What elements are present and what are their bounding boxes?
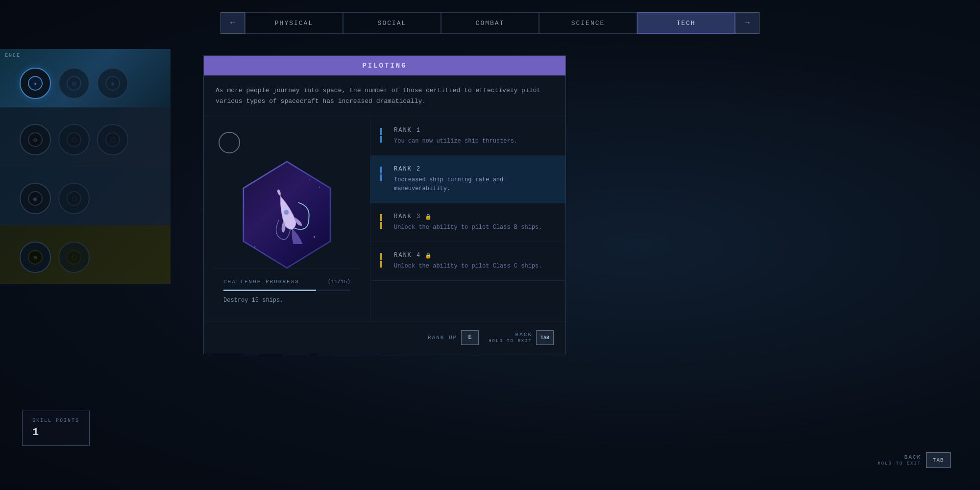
tab-science[interactable]: SCIENCE [539,12,637,34]
rank-4-desc: Unlock the ability to pilot Class C ship… [394,262,556,270]
rank-3-item: RANK 3 🔒 Unlock the ability to pilot Cla… [370,203,565,242]
skill-points-label: SKILL POINTS [32,418,79,423]
rank-2-title: RANK 2 [394,166,556,172]
skill-icon-8[interactable]: ⬡ [58,183,90,214]
arrow-left-icon: ← [230,19,235,27]
equip-button[interactable] [219,132,240,153]
svg-text:⬡: ⬡ [72,196,77,203]
rank-up-label: RANK UP [428,335,457,341]
svg-text:⬡: ⬡ [110,137,116,144]
challenge-progress-fill [223,290,316,291]
skill-icon-6[interactable]: ⬡ [97,124,128,155]
rank-1-icon [380,128,388,143]
skill-badge [238,161,336,269]
sidebar-section-2: ⊕ ⬡ ⬡ [0,108,171,167]
skill-title: PILOTING [204,56,565,75]
skill-icon-3[interactable]: ◈ [97,68,128,99]
hold-exit-label: HOLD TO EXIT [489,339,532,343]
skill-detail-panel: PILOTING As more people journey into spa… [203,55,566,354]
arrow-right-icon: → [745,19,750,27]
rank-up-group: RANK UP E [428,330,479,345]
tab-tech[interactable]: TECH [637,12,735,34]
skill-visual-area: CHALLENGE PROGRESS (11/15) Destroy 15 sh… [204,117,370,321]
rank-3-icon [380,214,388,229]
rank-up-key-badge[interactable]: E [461,330,479,345]
skill-description: As more people journey into space, the n… [204,75,565,117]
bottom-tab-key[interactable]: TAB [926,452,951,468]
svg-text:⊕: ⊕ [33,137,37,144]
skill-icon-5[interactable]: ⬡ [58,124,90,155]
bottom-back-label: BACK [905,454,921,460]
rank-3-content: RANK 3 🔒 Unlock the ability to pilot Cla… [394,213,556,232]
rank-4-icon [380,253,388,268]
tab-physical[interactable]: PHYSICAL [245,12,343,34]
rank-4-content: RANK 4 🔒 Unlock the ability to pilot Cla… [394,252,556,270]
sidebar-section-3: ◉ ⬡ [0,167,171,225]
svg-text:✦: ✦ [33,80,38,88]
skill-points-box: SKILL POINTS 1 [22,411,90,446]
skill-icon-7[interactable]: ◉ [20,183,51,214]
svg-text:⊗: ⊗ [33,254,37,262]
svg-text:⬡: ⬡ [72,137,77,144]
ranks-panel: RANK 1 You can now utilize ship thruster… [370,117,565,321]
rank-2-desc: Increased ship turning rate and maneuver… [394,175,556,193]
skill-icon-4[interactable]: ⊕ [20,124,51,155]
spacecraft-icon [263,185,312,244]
rank-2-content: RANK 2 Increased ship turning rate and m… [394,166,556,193]
skill-icon-9[interactable]: ⊗ [20,242,51,273]
top-navigation: ← PHYSICAL SOCIAL COMBAT SCIENCE TECH → [0,12,980,34]
skill-content: CHALLENGE PROGRESS (11/15) Destroy 15 sh… [204,117,565,321]
rank-1-title: RANK 1 [394,127,556,134]
back-group: BACK HOLD TO EXIT TAB [489,330,554,345]
skill-icon-10[interactable]: ⬡ [58,242,90,273]
skill-icon-2[interactable]: ⚙ [58,68,90,99]
rank-3-desc: Unlock the ability to pilot Class B ship… [394,223,556,232]
challenge-count: (11/15) [328,279,350,285]
nav-prev-button[interactable]: ← [220,12,245,34]
tab-combat[interactable]: COMBAT [441,12,539,34]
bottom-right-controls: BACK HOLD TO EXIT TAB [878,452,951,468]
rank-3-lock-icon: 🔒 [425,214,433,220]
rank-4-item: RANK 4 🔒 Unlock the ability to pilot Cla… [370,242,565,281]
back-key-badge[interactable]: TAB [536,330,554,345]
challenge-task: Destroy 15 ships. [223,297,350,304]
challenge-label: CHALLENGE PROGRESS [223,279,299,285]
skill-points-value: 1 [32,426,79,439]
sidebar-section-1-label: ENCE [5,53,21,58]
bottom-hold-label: HOLD TO EXIT [878,461,921,466]
tab-social[interactable]: SOCIAL [343,12,441,34]
rank-1-desc: You can now utilize ship thrusters. [394,137,556,146]
challenge-progress-bar [223,290,350,291]
rank-4-lock-icon: 🔒 [425,252,433,259]
nav-next-button[interactable]: → [735,12,760,34]
svg-text:◈: ◈ [111,80,115,88]
challenge-section: CHALLENGE PROGRESS (11/15) Destroy 15 sh… [214,269,360,311]
rank-2-item[interactable]: RANK 2 Increased ship turning rate and m… [370,156,565,203]
sidebar-section-4: ⊗ ⬡ [0,225,171,284]
rank-3-title: RANK 3 🔒 [394,213,556,220]
skill-icon-1[interactable]: ✦ [20,68,51,99]
svg-text:◉: ◉ [33,196,37,203]
sidebar-section-1: ENCE ✦ ⚙ ◈ [0,49,171,108]
back-label: BACK [515,332,532,338]
rank-1-item: RANK 1 You can now utilize ship thruster… [370,117,565,156]
svg-text:⬡: ⬡ [72,254,77,262]
rank-4-title: RANK 4 🔒 [394,252,556,259]
rank-2-icon [380,167,388,181]
rank-1-content: RANK 1 You can now utilize ship thruster… [394,127,556,146]
action-bar: RANK UP E BACK HOLD TO EXIT TAB [204,321,565,354]
svg-text:⚙: ⚙ [72,80,76,88]
